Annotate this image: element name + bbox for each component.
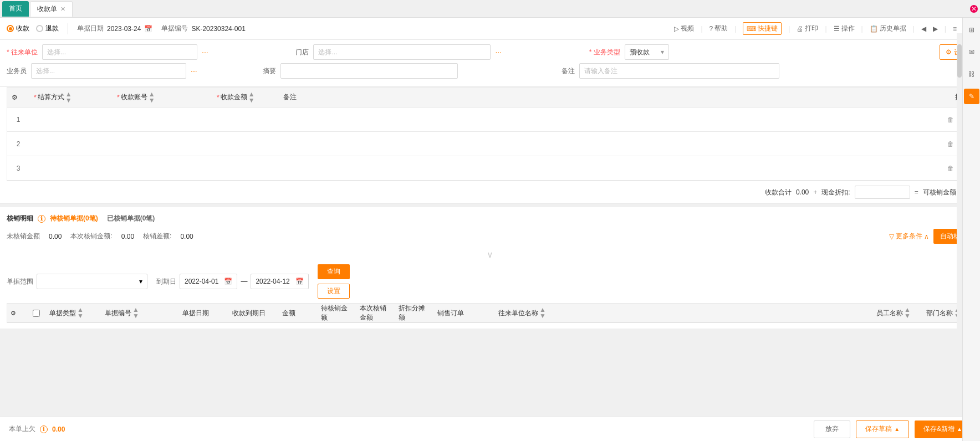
save-draft-button[interactable]: 保存草稿 ▲ [856,421,909,438]
store-more-icon[interactable]: ··· [495,48,502,56]
radio-refund[interactable]: 退款 [36,24,59,33]
current-value: 0.00 [52,425,65,433]
salesperson-input[interactable]: 选择... [31,63,186,79]
receipt-refund-toggle: 收款 退款 [7,24,59,33]
sort-employee-icon[interactable]: ▲▼ [904,307,911,319]
filter-expand-row: ∨ [7,249,973,260]
current-info-icon[interactable]: ℹ [40,425,48,433]
tab-close-icon[interactable]: ✕ [60,6,65,13]
form-area: * 往来单位 选择... ··· 门店 选择... ··· * 业务类型 预收款… [0,40,980,87]
tab-receipt[interactable]: 收款单 ✕ [30,1,73,17]
row-2-delete-icon[interactable]: 🗑 [946,140,955,148]
diff-value: 0.00 [180,233,193,240]
tab-completed[interactable]: 已核销单据(0笔) [107,213,155,224]
form-row-2: 业务员 选择... ··· 摘要 备注 请输入备注 [7,63,973,79]
window-close-button[interactable]: ✕ [970,5,978,13]
print-label: 打印 [805,24,818,33]
row-1-delete-icon[interactable]: 🗑 [946,115,955,124]
history-action[interactable]: 📋 历史单据 [870,24,906,33]
date-from-input[interactable]: 2022-04-01 📅 [180,274,237,289]
receipt-total-value: 0.00 [796,188,809,196]
store-label: 门店 [295,48,309,57]
select-all-checkbox[interactable] [33,310,40,317]
next-action[interactable]: ▶ [933,25,938,33]
bth-current-verify: 本次核销金额 [356,304,395,322]
row-2-num: 2 [7,140,29,148]
calendar-icon[interactable]: 📅 [144,25,152,33]
unverified-value: 0.00 [49,233,62,240]
counterpart-input[interactable]: 选择... [42,44,197,60]
reconciliation-tabs: 待核销单据(0笔) 已核销单据(0笔) [50,213,164,224]
range-select[interactable]: ▾ [37,274,147,289]
list-view-action[interactable]: ≡ [953,25,957,33]
bth-gear[interactable]: ⚙ [7,310,29,317]
row-3-delete-icon[interactable]: 🗑 [946,164,955,173]
sort-bill-no-icon[interactable]: ▲▼ [132,307,139,319]
cash-discount-input[interactable] [855,186,910,199]
operation-action[interactable]: ☰ 操作 [834,24,855,33]
radio-receipt-dot [7,25,14,32]
sidebar-table-icon[interactable]: ⊞ [964,22,979,38]
tab-bar: 首页 收款单 ✕ ✕ [0,0,980,18]
sort-account-icon[interactable]: ▲▼ [149,91,155,104]
bth-due-date: 收款到期日 [229,309,279,318]
receipt-total-label: 收款合计 [765,188,792,197]
salesperson-more-icon[interactable]: ··· [191,67,197,75]
bth-checkbox[interactable] [29,310,46,317]
sort-counterpart-icon[interactable]: ▲▼ [539,307,546,319]
help-icon: ? [710,25,713,33]
tab-pending[interactable]: 待核销单据(0笔) [50,213,98,224]
bill-date-value[interactable]: 2023-03-24 [107,25,141,33]
abandon-button[interactable]: 放弃 [814,421,850,438]
radio-receipt[interactable]: 收款 [7,24,29,33]
th-amount: * 收款金额 ▲▼ [212,91,279,104]
summary-input[interactable] [280,63,458,79]
business-type-select[interactable]: 预收款 ▾ [625,44,669,60]
due-date-label: 到期日 [156,277,176,286]
date-from-value: 2022-04-01 [185,278,218,285]
save-draft-label: 保存草稿 [865,424,892,434]
store-placeholder: 选择... [318,48,337,57]
shortcut-action[interactable]: ⌨ 快捷键 [743,22,782,35]
sort-settlement-icon[interactable]: ▲▼ [65,91,72,104]
help-action[interactable]: ? 帮助 [710,24,728,33]
sidebar-edit-icon[interactable]: ✎ [964,89,979,104]
unverified-label: 未核销金额 [7,232,40,241]
sort-bill-type-icon[interactable]: ▲▼ [77,307,84,319]
sidebar-message-icon[interactable]: ✉ [964,44,979,60]
note-input[interactable]: 请输入备注 [579,63,779,79]
print-action[interactable]: 🖨 打印 [797,24,818,33]
cal-from-icon[interactable]: 📅 [224,278,232,285]
table-header: ⚙ * 结算方式 ▲▼ * 收款账号 ▲▼ * 收款金额 ▲▼ 备注 操作 [7,88,973,107]
sort-amount-icon[interactable]: ▲▼ [248,91,255,104]
date-range-field: 到期日 2022-04-01 📅 — 2022-04-12 📅 [156,274,309,289]
scrollbar[interactable] [957,33,962,417]
bill-no-value[interactable]: SK-20230324-001 [191,25,245,33]
cal-to-icon[interactable]: 📅 [295,278,304,285]
note-label: 备注 [562,66,575,76]
window-controls: ✕ [970,5,978,13]
reconciliation-info-icon[interactable]: ℹ [38,215,45,223]
tab-home[interactable]: 首页 [2,1,29,17]
expand-icon[interactable]: ∨ [487,249,493,260]
bth-sales-order: 销售订单 [434,309,495,318]
radio-refund-dot [36,25,43,32]
query-button[interactable]: 查询 [318,264,350,279]
counterpart-more-icon[interactable]: ··· [202,48,208,56]
sidebar-link-icon[interactable]: ⛓ [964,66,979,82]
table-row: 2 🗑 ⧉ [7,132,973,156]
summary-row: 收款合计 0.00 + 现金折扣: = 可核销金额 0.00 [0,181,980,204]
th-settings[interactable]: ⚙ [7,94,29,101]
settings-btn-reconciliation[interactable]: 设置 [318,284,350,299]
store-input[interactable]: 选择... [313,44,491,60]
right-sidebar: ⊞ ✉ ⛓ ✎ [962,18,980,441]
save-draft-arrow-icon: ▲ [894,426,900,432]
video-action[interactable]: ▷ 视频 [674,24,694,33]
more-conditions-btn[interactable]: ▽ 更多条件 ∧ [889,232,929,241]
toolbar-actions: ▷ 视频 | ? 帮助 | ⌨ 快捷键 | 🖨 打印 | ☰ 操作 | 📋 历史… [674,22,973,35]
business-type-arrow-icon: ▾ [661,48,664,56]
scrollbar-thumb[interactable] [957,44,962,78]
date-to-input[interactable]: 2022-04-12 📅 [251,274,308,289]
prev-action[interactable]: ◀ [921,25,926,33]
counterpart-placeholder: 选择... [47,48,66,57]
